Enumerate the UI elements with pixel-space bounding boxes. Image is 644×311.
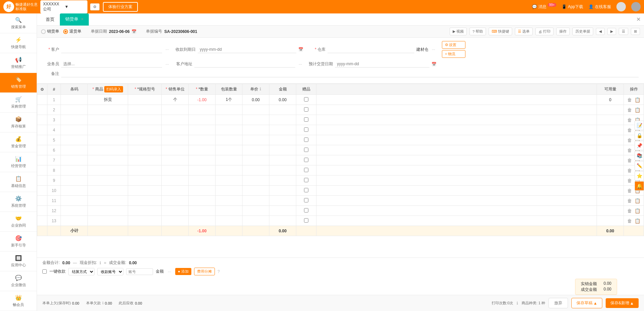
sidebar-item-collab[interactable]: 🤝 企业协同 [0,212,37,232]
message-btn[interactable]: 💬 消息 99+ [532,4,556,10]
row-delete-btn[interactable]: 🗑 [627,127,633,133]
payment-due-cal-icon[interactable]: 📅 [298,47,303,52]
row-delete-btn[interactable]: 🗑 [627,167,633,174]
account-select[interactable]: 收款账号 [97,268,123,275]
row-delete-btn[interactable]: 🗑 [627,177,633,184]
row1-amount[interactable]: 0.00 [269,95,296,105]
sidebar-item-quicknav[interactable]: ⚡ 快捷导航 [0,33,37,53]
row1-pkg[interactable]: 1个 [216,95,242,105]
row-copy-btn[interactable]: 📋 [634,197,641,204]
float-btn-3[interactable]: 📌 [635,141,644,150]
trial-btn[interactable]: 体验行业方案 [103,2,138,12]
prev-btn[interactable]: ◀ [596,28,605,35]
sidebar-item-sales[interactable]: 🏷️ 销售管理 [0,73,37,93]
row-delete-btn[interactable]: 🗑 [627,207,633,214]
float-btn-6[interactable]: ⭐ [635,171,644,181]
amount-dots-btn[interactable]: ··· [166,269,173,274]
row-delete-btn[interactable]: 🗑 [627,218,633,224]
delivery-date-input[interactable] [335,61,429,68]
row-delete-btn[interactable]: 🗑 [627,187,633,194]
row-delete-btn[interactable]: 🗑 [627,137,633,144]
tab-close-all-icon[interactable]: ✕ [636,16,641,23]
shortcut-btn[interactable]: ⌨ 快捷键 [489,28,512,35]
row-delete-btn[interactable]: 🗑 [627,147,633,154]
calendar-icon[interactable]: 📅 [131,29,137,34]
sidebar-item-search[interactable]: 🔍 搜索菜单 [0,13,37,33]
th-settings[interactable]: ⚙ [37,84,47,95]
settings-btn[interactable]: ⚙ 设置 [442,41,465,49]
company-selector[interactable]: XXXXXX公司 ▼ [40,0,87,13]
sidebar-item-tutorial[interactable]: 🎯 新手引导 [0,232,37,251]
print-info-icon[interactable]: ℹ [517,301,518,306]
print-btn[interactable]: 🖨 打印 [535,28,554,35]
online-service-btn[interactable]: 👤 在线客服 [589,4,611,10]
float-btn-5[interactable]: ✏️ [635,161,644,170]
add-btn[interactable]: ● 添加 [175,268,191,275]
customer-addr-dots-btn[interactable]: ··· [297,62,303,67]
save-draft-btn[interactable]: 保存草稿 ▲ [571,298,602,308]
salesperson-dots-btn[interactable]: ··· [164,62,170,67]
row-copy-btn[interactable]: 📋 [634,107,641,113]
fee-info-icon[interactable]: ? [218,269,220,274]
next-btn[interactable]: ▶ [607,28,616,35]
row1-spec[interactable] [128,95,162,105]
operate-btn[interactable]: 操作 [556,28,570,35]
float-btn-7[interactable]: 🔔 [635,181,644,191]
avatar-alt[interactable] [631,2,641,11]
row1-copy-btn[interactable]: 📋 [634,96,641,103]
sidebar-item-system[interactable]: ⚙️ 系统管理 [0,192,37,212]
customer-dots-btn[interactable]: ··· [164,47,170,52]
select-btn[interactable]: ☰ 选单 [515,28,533,35]
row-delete-btn[interactable]: 🗑 [627,157,633,164]
sidebar-item-member[interactable]: 👑 畅会员 [0,291,37,311]
list-view-btn[interactable]: ☰ [619,28,628,35]
sidebar-item-purchase[interactable]: 🛒 采购管理 [0,93,37,113]
tab-home[interactable]: 首页 [40,14,60,25]
float-btn-1[interactable]: 📝 [635,121,644,130]
row-delete-btn[interactable]: 🗑 [627,107,633,113]
float-btn-2[interactable]: 🔒 [635,131,644,140]
customer-input[interactable] [61,46,162,53]
sidebar-item-marketing[interactable]: 📢 营销推广 [0,53,37,73]
scan-btn[interactable]: 扫码录入 [104,86,123,92]
row-copy-btn[interactable]: 📋 [634,218,641,224]
sidebar-item-wework[interactable]: 💬 企业微信 [0,271,37,291]
account-input[interactable] [126,268,153,275]
grid-view-btn[interactable]: ⊞ [631,28,640,35]
app-download-btn[interactable]: 📱 App下载 [562,4,583,10]
row-delete-btn[interactable]: 🗑 [627,197,633,204]
salesperson-input[interactable] [61,61,162,68]
radio-sale[interactable]: 销货单 [41,29,59,34]
video-btn[interactable]: ▶ 视频 [450,28,467,35]
delivery-cal-icon[interactable]: 📅 [431,62,437,67]
row-delete-btn[interactable]: 🗑 [627,117,633,123]
history-btn[interactable]: 历史单据 [572,28,593,35]
row1-gift[interactable] [296,95,316,105]
info-icon-debt[interactable]: ℹ [102,301,104,305]
float-btn-4[interactable]: 📚 [635,151,644,160]
warehouse-input[interactable] [328,46,414,53]
row-copy-btn[interactable]: 📋 [634,207,641,214]
gear-icon-btn[interactable]: ⚙ [90,3,100,10]
radio-return[interactable]: 退货单 [63,29,81,34]
sidebar-item-business[interactable]: 📊 经营管理 [0,152,37,172]
row1-product[interactable]: 拆贡 [88,95,128,105]
help-btn[interactable]: ? 帮助 [469,28,486,35]
fee-btn[interactable]: 费用分摊 [194,268,215,275]
row1-unit[interactable]: 个 [162,95,189,105]
warehouse-dots-btn[interactable]: ··· [430,47,437,52]
row1-price[interactable]: 0.00 [242,95,269,105]
one-click-pay-checkbox[interactable] [42,269,47,274]
price-info-icon[interactable]: ℹ [260,87,261,91]
customer-addr-input[interactable] [194,61,295,68]
tab-sales-order[interactable]: 销货单 × [60,13,89,26]
save-new-btn[interactable]: 保存&新增 ▲ [606,298,639,308]
payment-due-input[interactable] [198,46,296,53]
row1-barcode[interactable] [61,95,88,105]
notes-input[interactable] [61,70,639,77]
sidebar-item-finance[interactable]: 💰 资金管理 [0,132,37,152]
sidebar-item-appstore[interactable]: 🔲 应用中心 [0,251,37,271]
sidebar-item-inventory[interactable]: 📦 库存核算 [0,113,37,132]
row1-qty[interactable]: -1.00 [189,95,216,105]
sidebar-item-basic-info[interactable]: 📋 基础信息 [0,172,37,192]
